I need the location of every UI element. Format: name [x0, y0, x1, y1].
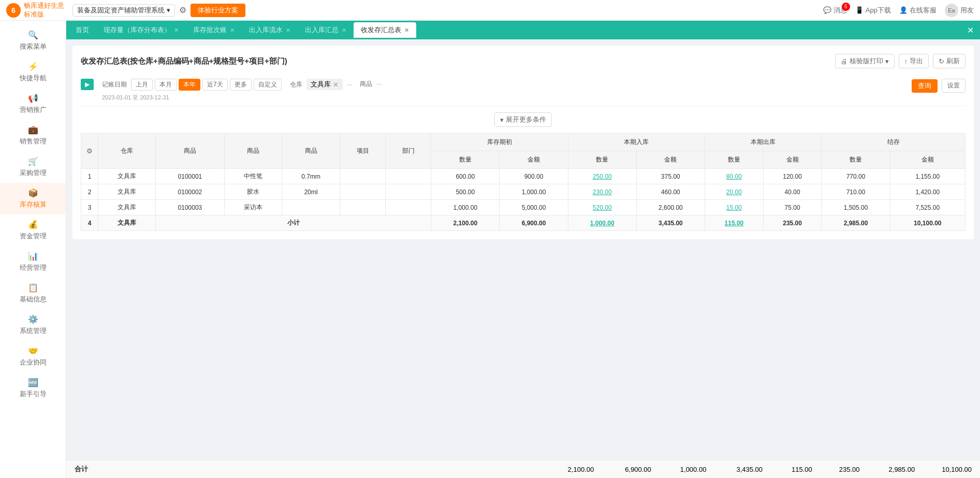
- row-dept: [386, 200, 431, 215]
- set-button[interactable]: 设置: [942, 79, 966, 93]
- logo-icon: 6: [6, 3, 21, 18]
- filter-date-row: 记账日期 上月 本月 本年 近7天 更多 自定义: [102, 79, 282, 91]
- refresh-button[interactable]: ↻ 刷新: [933, 54, 966, 68]
- sidebar-item-quick-nav[interactable]: ⚡ 快捷导航: [0, 56, 66, 88]
- header-actions: 🖨 核验版打印 ▾ ↑ 导出 ↻ 刷新: [835, 54, 966, 68]
- row-out-qty[interactable]: 80.00: [705, 169, 764, 184]
- warehouse-tag-close[interactable]: ✕: [333, 81, 339, 89]
- row-bal-amt: 1,420.00: [890, 184, 965, 200]
- sidebar-item-purchase[interactable]: 🛒 采购管理: [0, 151, 66, 183]
- sidebar-item-marketing[interactable]: 📢 营销推广: [0, 88, 66, 120]
- avatar: Ea: [945, 4, 958, 17]
- sales-icon: 💼: [28, 125, 38, 135]
- row-code: 0100001: [156, 169, 224, 184]
- sidebar-item-enterprise[interactable]: 🤝 企业协同: [0, 341, 66, 372]
- row-out-amt: 75.00: [763, 200, 822, 215]
- row-dept: [386, 184, 431, 200]
- row-out-qty[interactable]: 15.00: [705, 200, 764, 215]
- row-in-qty[interactable]: 230.00: [568, 184, 636, 200]
- last-7-days-btn[interactable]: 近7天: [202, 79, 228, 91]
- sidebar-item-basic-info[interactable]: 📋 基础信息: [0, 278, 66, 309]
- sidebar-item-label: 企业协同: [20, 358, 47, 367]
- total-label: 合计: [75, 465, 88, 474]
- warehouse-filter-more[interactable]: ···: [347, 79, 352, 90]
- chevron-down-icon: ▾: [500, 116, 504, 124]
- row-bal-amt: 1,155.00: [890, 169, 965, 184]
- row-out-qty[interactable]: 20.00: [705, 184, 764, 200]
- row-warehouse: 文具库: [98, 200, 156, 215]
- goods-filter-more[interactable]: ···: [376, 79, 381, 90]
- custom-date-btn[interactable]: 自定义: [254, 79, 282, 91]
- row-no: 3: [81, 200, 98, 215]
- subtotal-in-qty[interactable]: 1,000.00: [568, 215, 636, 231]
- this-month-btn[interactable]: 本月: [155, 79, 177, 91]
- sidebar-item-sales[interactable]: 💼 销售管理: [0, 120, 66, 151]
- table-gear-icon[interactable]: ⚙: [86, 147, 93, 155]
- sidebar-item-label: 经营管理: [20, 263, 47, 272]
- tab-inout-summary[interactable]: 出入库汇总 ✕: [298, 22, 354, 38]
- expand-more-button[interactable]: ▾ 展开更多条件: [494, 112, 552, 127]
- total-out-qty: 115.00: [792, 466, 812, 473]
- service-icon: 👤: [899, 6, 908, 14]
- last-month-btn[interactable]: 上月: [131, 79, 153, 91]
- row-out-amt: 40.00: [763, 184, 822, 200]
- subtotal-out-qty[interactable]: 115.00: [705, 215, 764, 231]
- row-open-qty: 1,000.00: [431, 200, 500, 215]
- sidebar-item-search[interactable]: 🔍 搜索菜单: [0, 25, 66, 56]
- tab-stock-distribution[interactable]: 现存量（库存分布表） ✕: [96, 22, 186, 38]
- row-in-qty[interactable]: 250.00: [568, 169, 636, 184]
- sidebar-item-label: 基础信息: [20, 295, 47, 304]
- system-select[interactable]: 装备及固定资产辅助管理系统 ▾: [72, 4, 175, 17]
- date-buttons: 上月 本月 本年 近7天 更多 自定义: [131, 79, 282, 91]
- tab-home[interactable]: 首页: [68, 22, 96, 38]
- user-item[interactable]: Ea 用友: [945, 4, 974, 17]
- subtotal-bal-qty: 2,985.00: [822, 215, 890, 231]
- filter-bar: ▶ 记账日期 上月 本月 本年 近7天 更多 自定义: [81, 75, 966, 106]
- logo-text: 畅库通好生意 标准版: [24, 2, 64, 19]
- sidebar-item-system[interactable]: ⚙️ 系统管理: [0, 309, 66, 341]
- row-bal-amt: 7,525.00: [890, 200, 965, 215]
- message-item[interactable]: 💬 消息 6: [823, 6, 847, 15]
- table-wrap: ⚙ 仓库 商品 商品 商品 项目 部门 库存期初 本期入库 本期出库: [81, 133, 966, 231]
- row-open-qty: 500.00: [431, 184, 500, 200]
- content-area: 首页 现存量（库存分布表） ✕ 库存批次账 ✕ 出入库流水 ✕ 出入库汇总 ✕ …: [66, 21, 980, 478]
- more-date-btn[interactable]: 更多: [230, 79, 252, 91]
- tab-close-icon[interactable]: ✕: [404, 27, 409, 34]
- app-download-item[interactable]: 📱 App下载: [855, 6, 891, 15]
- sidebar-item-inventory[interactable]: 📦 库存核算: [0, 183, 66, 214]
- tab-close-icon[interactable]: ✕: [174, 27, 179, 34]
- col-code: 商品: [156, 134, 224, 169]
- row-name: 中性笔: [224, 169, 282, 184]
- tab-close-icon[interactable]: ✕: [342, 27, 346, 34]
- main-layout: 🔍 搜索菜单 ⚡ 快捷导航 📢 营销推广 💼 销售管理 🛒 采购管理 📦 库存核…: [0, 21, 980, 478]
- row-project: [340, 184, 386, 200]
- tab-close-icon[interactable]: ✕: [230, 27, 235, 34]
- page-title: 收发存汇总表(按仓库+商品编码+商品+规格型号+项目+部门): [81, 56, 287, 66]
- subtotal-warehouse: 文具库: [98, 215, 156, 231]
- date-range: 2023-01-01 至 2023-12-31: [102, 94, 282, 102]
- row-in-qty[interactable]: 520.00: [568, 200, 636, 215]
- online-service-item[interactable]: 👤 在线客服: [899, 6, 937, 15]
- sidebar-item-operation[interactable]: 📊 经营管理: [0, 246, 66, 278]
- tab-bar-close-button[interactable]: ✕: [963, 25, 978, 35]
- row-project: [340, 200, 386, 215]
- tab-batch-account[interactable]: 库存批次账 ✕: [186, 22, 242, 38]
- sidebar-item-finance[interactable]: 💰 资金管理: [0, 214, 66, 246]
- export-button[interactable]: ↑ 导出: [899, 54, 929, 68]
- settings-icon[interactable]: ⚙: [179, 5, 186, 15]
- total-open-amt: 6,900.00: [625, 466, 651, 473]
- query-button[interactable]: 查询: [912, 79, 938, 93]
- sidebar-item-guide[interactable]: 🆕 新手引导: [0, 372, 66, 404]
- print-button[interactable]: 🖨 核验版打印 ▾: [835, 54, 895, 68]
- trial-button[interactable]: 体验行业方案: [191, 4, 245, 17]
- expand-arrow-button[interactable]: ▶: [81, 79, 94, 90]
- row-no: 1: [81, 169, 98, 184]
- tab-inout-flow[interactable]: 出入库流水 ✕: [242, 22, 298, 38]
- subtotal-no: 4: [81, 215, 98, 231]
- sidebar-item-label: 采购管理: [20, 168, 47, 178]
- tab-close-icon[interactable]: ✕: [286, 27, 290, 34]
- warehouse-tag: 文具库 ✕: [306, 79, 343, 90]
- this-year-btn[interactable]: 本年: [179, 79, 200, 91]
- expand-more-section: ▾ 展开更多条件: [81, 110, 966, 129]
- tab-receive-summary[interactable]: 收发存汇总表 ✕: [354, 22, 416, 38]
